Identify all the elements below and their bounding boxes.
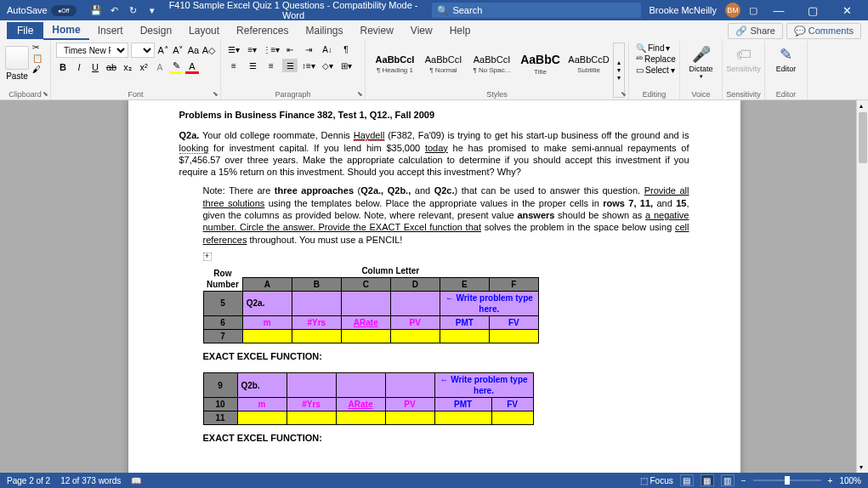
redo-icon[interactable]: ↻ (128, 4, 139, 16)
align-left-button[interactable]: ≡ (226, 59, 241, 72)
font-color-button[interactable]: A (185, 60, 199, 74)
menu-help[interactable]: Help (441, 22, 479, 39)
increase-indent-button[interactable]: ⇥ (301, 43, 316, 56)
style-nospacing[interactable]: AaBbCcI¶ No Spac... (468, 43, 516, 85)
focus-mode[interactable]: ⬚ Focus (640, 476, 673, 485)
editor-icon[interactable]: ✎ (776, 44, 797, 65)
web-layout-icon[interactable]: ▥ (721, 474, 735, 486)
scroll-up-icon[interactable]: ▴ (859, 102, 863, 110)
format-painter-icon[interactable]: 🖌 (32, 65, 43, 74)
proofing-icon[interactable]: 📖 (131, 476, 141, 485)
qat-dropdown-icon[interactable]: ▾ (146, 4, 158, 16)
clear-format-button[interactable]: A◇ (202, 43, 215, 57)
styles-expand-icon[interactable]: ▾ (614, 74, 624, 82)
document-area[interactable]: Problems in Business Finance 382, Test 1… (0, 100, 868, 473)
dictate-label[interactable]: Dictate (689, 65, 712, 73)
font-size-select[interactable]: 12 (131, 43, 155, 58)
decrease-indent-button[interactable]: ⇤ (282, 43, 298, 56)
sensitivity-button[interactable]: Sensitivity (726, 65, 761, 73)
select-button[interactable]: ▭ Select ▾ (634, 65, 674, 76)
style-title[interactable]: AaBbCTitle (516, 43, 564, 85)
borders-button[interactable]: ⊞▾ (338, 59, 354, 72)
style-heading1[interactable]: AaBbCcI¶ Heading 1 (371, 43, 419, 85)
justify-button[interactable]: ☰ (282, 59, 298, 72)
paste-button[interactable]: Paste (5, 43, 29, 81)
menu-design[interactable]: Design (132, 22, 180, 39)
grow-font-button[interactable]: A˄ (157, 43, 170, 57)
align-center-button[interactable]: ☰ (245, 59, 260, 72)
minimize-button[interactable]: — (766, 4, 791, 17)
highlight-button[interactable]: ✎ (169, 60, 183, 74)
change-case-button[interactable]: Aa (187, 43, 200, 57)
find-button[interactable]: 🔍Find ▾ (634, 43, 674, 54)
save-icon[interactable]: 💾 (90, 4, 102, 16)
search-box[interactable]: 🔍 Search (432, 3, 640, 18)
zoom-thumb[interactable] (785, 476, 790, 485)
bullets-button[interactable]: ☰▾ (226, 43, 241, 56)
menu-layout[interactable]: Layout (180, 22, 228, 39)
word-count[interactable]: 12 of 373 words (60, 476, 121, 485)
user-avatar[interactable]: BM (725, 3, 740, 18)
paragraph-launcher-icon[interactable]: ⬊ (357, 90, 363, 98)
menu-home[interactable]: Home (43, 21, 88, 40)
document-page[interactable]: Problems in Business Finance 382, Test 1… (128, 100, 740, 473)
menu-insert[interactable]: Insert (89, 22, 132, 39)
style-subtitle[interactable]: AaBbCcDSubtitle (564, 43, 613, 85)
menu-view[interactable]: View (402, 22, 441, 39)
scroll-down-icon[interactable]: ▾ (859, 463, 863, 471)
ribbon-display-icon[interactable]: ▢ (749, 5, 757, 16)
autosave-label: AutoSave (7, 5, 48, 15)
comments-button[interactable]: 💬 Comments (786, 23, 861, 39)
editor-button[interactable]: Editor (776, 65, 797, 73)
line-spacing-button[interactable]: ↕≡▾ (301, 59, 316, 72)
show-marks-button[interactable]: ¶ (338, 43, 354, 56)
text-effects-button[interactable]: A (153, 60, 167, 74)
page-indicator[interactable]: Page 2 of 2 (7, 476, 50, 485)
font-name-select[interactable]: Times New Rom (56, 43, 128, 58)
styles-scroll-down-icon[interactable]: ▾ (614, 66, 624, 74)
font-launcher-icon[interactable]: ⬊ (213, 90, 218, 98)
copy-icon[interactable]: 📋 (32, 54, 43, 63)
dictate-icon[interactable]: 🎤 (691, 44, 712, 65)
style-normal[interactable]: AaBbCcI¶ Normal (419, 43, 468, 85)
sensitivity-icon[interactable]: 🏷 (734, 44, 754, 65)
replace-button[interactable]: ᵃᵇReplace (634, 54, 674, 65)
numbering-button[interactable]: ≡▾ (245, 43, 260, 56)
italic-button[interactable]: I (72, 60, 86, 74)
user-name[interactable]: Brooke McNeilly (650, 5, 717, 15)
menu-references[interactable]: References (228, 22, 297, 39)
shrink-font-button[interactable]: A˅ (173, 43, 185, 57)
sort-button[interactable]: A↓ (320, 43, 335, 56)
autosave-toggle[interactable]: AutoSave ● Off (0, 5, 83, 16)
shading-button[interactable]: ◇▾ (320, 59, 335, 72)
print-layout-icon[interactable]: ▦ (701, 474, 714, 486)
clipboard-launcher-icon[interactable]: ⬊ (43, 90, 48, 98)
menu-mailings[interactable]: Mailings (297, 22, 351, 39)
zoom-slider[interactable] (753, 479, 821, 481)
align-right-button[interactable]: ≡ (264, 59, 279, 72)
menu-review[interactable]: Review (351, 22, 401, 39)
bold-button[interactable]: B (56, 60, 70, 74)
vertical-scrollbar[interactable]: ▴ ▾ (856, 100, 868, 473)
underline-button[interactable]: U (88, 60, 102, 74)
menu-file[interactable]: File (7, 22, 43, 39)
autosave-state[interactable]: ● Off (51, 5, 77, 16)
zoom-out-icon[interactable]: − (741, 476, 746, 485)
styles-label: Styles (366, 90, 628, 99)
maximize-button[interactable]: ▢ (800, 4, 825, 17)
share-button[interactable]: 🔗 Share (728, 23, 782, 39)
zoom-level[interactable]: 100% (839, 476, 861, 485)
scroll-thumb[interactable] (859, 112, 867, 163)
styles-scroll-up-icon[interactable]: ▴ (614, 59, 624, 66)
undo-icon[interactable]: ↶ (109, 4, 121, 16)
strike-button[interactable]: ab (105, 60, 118, 74)
cut-icon[interactable]: ✂ (32, 43, 43, 52)
styles-launcher-icon[interactable]: ⬊ (621, 90, 627, 98)
subscript-button[interactable]: x₂ (121, 60, 134, 74)
close-button[interactable]: ✕ (834, 4, 859, 17)
zoom-in-icon[interactable]: + (828, 476, 833, 485)
table-anchor-icon[interactable]: + (203, 253, 212, 261)
superscript-button[interactable]: x² (137, 60, 150, 74)
read-mode-icon[interactable]: ▤ (680, 474, 694, 486)
multilevel-button[interactable]: ⋮≡▾ (264, 43, 279, 56)
